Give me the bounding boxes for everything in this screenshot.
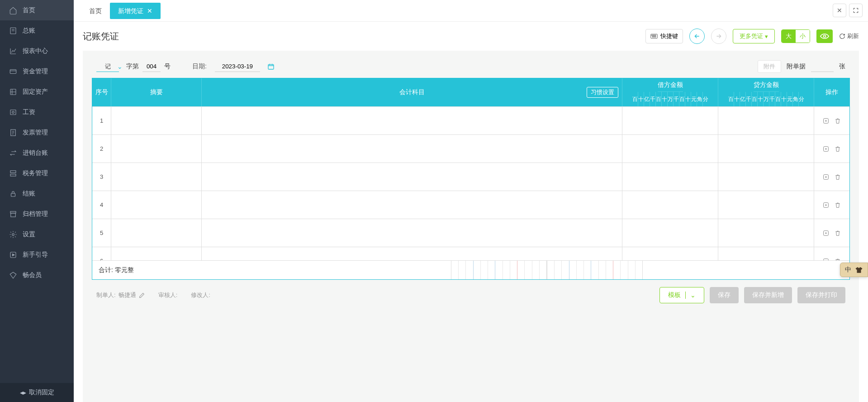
close-icon[interactable]: ✕ [147,3,152,19]
summary-cell[interactable] [111,163,202,191]
table-row: 1 [92,106,849,134]
sidebar-item-purchase[interactable]: 进销台账 [0,143,74,163]
habit-settings-button[interactable]: 习惯设置 [587,87,618,98]
th-debit: 借方金额 百十亿千百十万千百十元角分 [622,78,718,106]
chevron-down-icon[interactable]: ⌄ [117,63,123,70]
voucher-card: ⌄ 字第 号 日期: 附件 附单据 张 [83,51,859,402]
ops-cell [814,107,849,134]
delete-row-icon[interactable] [834,173,842,181]
th-ops: 操作 [814,78,849,106]
archive-icon [9,210,17,218]
modifier-label: 修改人: [191,291,210,299]
save-new-button[interactable]: 保存并新增 [744,287,792,303]
fullscreen-button[interactable] [849,4,863,17]
delete-row-icon[interactable] [834,257,842,261]
debit-cell[interactable] [622,107,718,134]
sidebar-item-home[interactable]: 首页 [0,0,74,20]
sidebar-unpin-button[interactable]: ◂▸ 取消固定 [0,383,74,402]
credit-units: 百十亿千百十万千百十元角分 [728,92,804,106]
sidebar-item-report[interactable]: 报表中心 [0,41,74,61]
sidebar-item-invoice[interactable]: 发票管理 [0,122,74,143]
debit-cell[interactable] [622,219,718,247]
more-voucher-button[interactable]: 更多凭证 ▾ [733,29,775,43]
subject-cell[interactable] [202,219,622,247]
template-button[interactable]: 模板 ⌄ [659,287,704,303]
th-seq: 序号 [92,78,111,106]
delete-row-icon[interactable] [834,229,842,237]
fund-icon [9,67,17,76]
svg-rect-16 [654,35,655,35]
size-small-button[interactable]: 小 [796,30,810,43]
attachment-button[interactable]: 附件 [758,60,781,73]
save-print-button[interactable]: 保存并打印 [797,287,845,303]
preview-button[interactable] [816,29,833,43]
debit-cell[interactable] [622,135,718,163]
debit-cell[interactable] [622,191,718,219]
credit-cell[interactable] [718,219,814,247]
summary-cell[interactable] [111,219,202,247]
subject-cell[interactable] [202,135,622,163]
table-row: 6 [92,247,849,260]
credit-cell[interactable] [718,163,814,191]
delete-row-icon[interactable] [834,201,842,209]
ime-widget[interactable]: 中 [840,263,868,277]
summary-cell[interactable] [111,191,202,219]
sidebar-item-ledger[interactable]: 总账 [0,20,74,41]
add-row-icon[interactable] [822,257,830,261]
credit-cell[interactable] [718,191,814,219]
save-button[interactable]: 保存 [710,287,739,303]
voucher-number-input[interactable] [142,61,161,72]
svg-rect-17 [655,35,656,35]
subject-cell[interactable] [202,247,622,260]
row-seq: 1 [92,107,111,134]
sidebar-item-settings[interactable]: 设置 [0,224,74,244]
tab-home[interactable]: 首页 [81,3,110,19]
total-credit [547,261,643,279]
edit-icon[interactable] [139,292,145,298]
credit-cell[interactable] [718,247,814,260]
shortcut-button[interactable]: 快捷键 [645,29,683,43]
sidebar-item-fund[interactable]: 资金管理 [0,61,74,81]
ops-cell [814,219,849,247]
summary-cell[interactable] [111,135,202,163]
close-panel-button[interactable]: ✕ [833,4,846,17]
summary-cell[interactable] [111,107,202,134]
collapse-icon: ◂▸ [20,389,26,396]
add-row-icon[interactable] [822,173,830,181]
sidebar-item-guide[interactable]: 新手引导 [0,244,74,265]
wage-icon [9,108,17,116]
add-row-icon[interactable] [822,145,830,153]
tab-new-voucher[interactable]: 新增凭证 ✕ [110,3,161,19]
add-row-icon[interactable] [822,117,830,125]
member-icon [9,271,17,279]
calendar-icon[interactable] [267,63,275,70]
sidebar-item-wage[interactable]: 工资 [0,102,74,122]
voucher-type-input[interactable] [96,61,119,72]
sidebar-item-close-books[interactable]: 结账 [0,183,74,204]
prev-voucher-button[interactable] [689,29,705,44]
add-row-icon[interactable] [822,201,830,209]
refresh-button[interactable]: 刷新 [839,32,859,40]
delete-row-icon[interactable] [834,117,842,125]
table-header: 序号 摘要 会计科目 习惯设置 借方金额 百十亿千百十万千百十元角分 贷方金额 [92,78,849,106]
subject-cell[interactable] [202,163,622,191]
subject-cell[interactable] [202,107,622,134]
chevron-down-icon[interactable]: ⌄ [685,292,696,299]
sidebar-item-member[interactable]: 畅会员 [0,265,74,285]
add-row-icon[interactable] [822,229,830,237]
size-large-button[interactable]: 大 [782,30,796,43]
summary-input[interactable] [113,109,199,133]
debit-cell[interactable] [622,247,718,260]
next-voucher-button[interactable] [711,29,726,44]
sidebar-item-tax[interactable]: 税务管理 [0,163,74,183]
delete-row-icon[interactable] [834,145,842,153]
receipt-count-input[interactable] [811,61,834,72]
subject-cell[interactable] [202,191,622,219]
sidebar-item-asset[interactable]: 固定资产 [0,81,74,102]
voucher-date-input[interactable] [215,61,260,72]
summary-cell[interactable] [111,247,202,260]
credit-cell[interactable] [718,107,814,134]
debit-cell[interactable] [622,163,718,191]
sidebar-item-archive[interactable]: 归档管理 [0,204,74,224]
credit-cell[interactable] [718,135,814,163]
